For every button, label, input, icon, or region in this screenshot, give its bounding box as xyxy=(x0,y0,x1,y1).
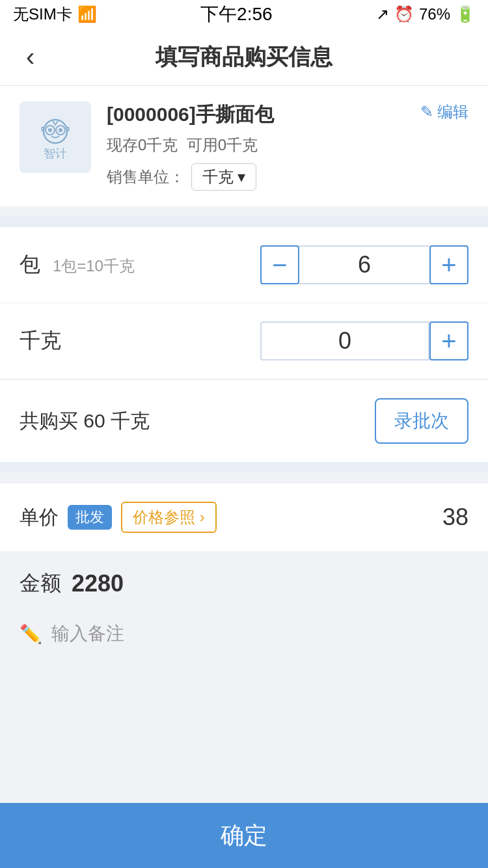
owl-logo xyxy=(36,113,75,146)
batch-button[interactable]: 录批次 xyxy=(375,398,468,444)
status-left: 无SIM卡 📶 xyxy=(13,4,97,25)
package-quantity-control: − + xyxy=(260,245,468,284)
price-value: 38 xyxy=(442,504,468,531)
edit-button[interactable]: ✎ 编辑 xyxy=(420,102,468,122)
status-right: ↗ ⏰ 76% 🔋 xyxy=(376,5,475,23)
unit-select[interactable]: 千克 ▾ xyxy=(191,163,256,191)
dropdown-arrow-icon: ▾ xyxy=(237,168,245,186)
kg-increment-button[interactable]: + xyxy=(429,321,468,360)
product-info: [0000006]手撕面包 现存0千克 可用0千克 销售单位： 千克 ▾ xyxy=(107,102,405,191)
product-stock: 现存0千克 可用0千克 xyxy=(107,135,405,156)
price-row: 单价 批发 价格参照 › 38 xyxy=(20,502,468,533)
input-section: 包 1包=10千克 − + 千克 + xyxy=(0,227,488,379)
summary-text: 共购买 60 千克 xyxy=(20,408,150,435)
package-decrement-button[interactable]: − xyxy=(260,245,299,284)
amount-value: 2280 xyxy=(72,570,124,597)
product-unit: 销售单位： 千克 ▾ xyxy=(107,163,405,191)
location-icon: ↗ xyxy=(376,5,389,23)
carrier-text: 无SIM卡 xyxy=(13,4,72,25)
status-bar: 无SIM卡 📶 下午2:56 ↗ ⏰ 76% 🔋 xyxy=(0,0,488,29)
product-card: 智计 [0000006]手撕面包 现存0千克 可用0千克 销售单位： 千克 ▾ … xyxy=(0,86,488,206)
package-quantity-input[interactable] xyxy=(299,245,429,284)
product-name: [0000006]手撕面包 xyxy=(107,102,405,128)
content: 智计 [0000006]手撕面包 现存0千克 可用0千克 销售单位： 千克 ▾ … xyxy=(0,86,488,868)
package-increment-button[interactable]: + xyxy=(429,245,468,284)
wifi-icon: 📶 xyxy=(77,5,97,23)
battery-text: 76% xyxy=(419,5,450,23)
svg-point-3 xyxy=(48,128,52,132)
status-time: 下午2:56 xyxy=(200,2,273,27)
logo-text: 智计 xyxy=(44,146,67,161)
product-image: 智计 xyxy=(20,102,91,173)
kg-input-row: 千克 + xyxy=(0,303,488,379)
package-label: 包 1包=10千克 xyxy=(20,251,260,279)
back-button[interactable]: ‹ xyxy=(20,36,41,78)
price-label: 单价 批发 价格参照 › xyxy=(20,502,217,533)
alarm-icon: ⏰ xyxy=(394,5,414,23)
empty-space xyxy=(0,657,488,803)
section-divider-1 xyxy=(0,217,488,227)
kg-label: 千克 xyxy=(20,327,260,355)
amount-label: 金额 xyxy=(20,569,61,598)
summary-row: 共购买 60 千克 录批次 xyxy=(0,379,488,462)
price-reference-button[interactable]: 价格参照 › xyxy=(121,502,217,533)
confirm-bar[interactable]: 确定 xyxy=(0,803,488,868)
page-title: 填写商品购买信息 xyxy=(156,42,332,72)
kg-quantity-control: + xyxy=(260,321,468,360)
kg-quantity-input[interactable] xyxy=(260,321,429,360)
svg-point-4 xyxy=(59,128,62,132)
pencil-icon: ✏️ xyxy=(20,623,42,645)
edit-icon: ✎ xyxy=(420,103,433,121)
section-divider-2 xyxy=(0,462,488,472)
wholesale-badge: 批发 xyxy=(68,505,112,530)
confirm-text: 确定 xyxy=(221,820,267,852)
remark-placeholder: 输入备注 xyxy=(51,621,124,646)
amount-row: 金额 2280 xyxy=(20,569,468,598)
price-section: 单价 批发 价格参照 › 38 xyxy=(0,483,488,551)
package-sublabel: 1包=10千克 xyxy=(53,257,135,275)
nav-bar: ‹ 填写商品购买信息 xyxy=(0,29,488,86)
package-input-row: 包 1包=10千克 − + xyxy=(0,227,488,303)
svg-point-0 xyxy=(44,120,67,143)
battery-icon: 🔋 xyxy=(455,5,475,23)
remark-row[interactable]: ✏️ 输入备注 xyxy=(20,611,468,657)
amount-section: 金额 2280 ✏️ 输入备注 xyxy=(0,551,488,657)
